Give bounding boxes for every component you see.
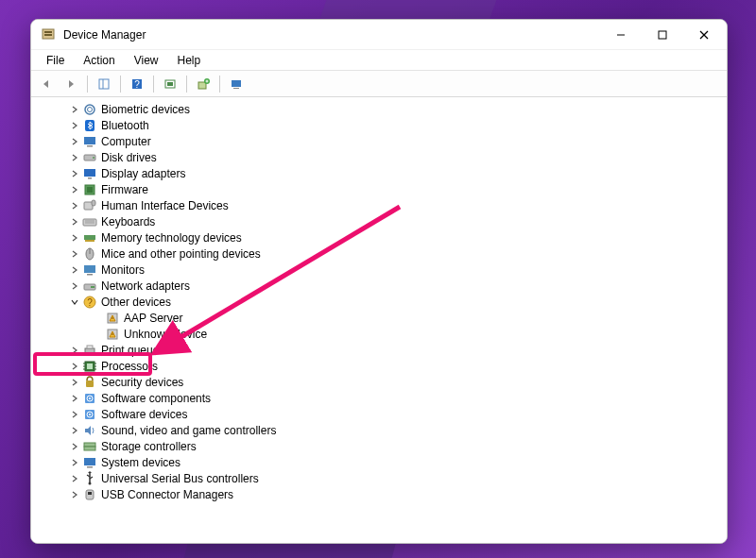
menu-action[interactable]: Action: [74, 52, 124, 69]
svg-point-71: [89, 482, 92, 484]
tree-item-storage-controllers[interactable]: Storage controllers: [41, 438, 727, 454]
tree-child-unknown-device[interactable]: Unknown device: [41, 326, 727, 342]
tree-item-display-adapters[interactable]: Display adapters: [41, 165, 727, 181]
software-icon: [82, 391, 97, 406]
tree-item-usb-connector-managers[interactable]: USB Connector Managers: [41, 486, 727, 502]
tree-item-label: AAP Server: [124, 312, 182, 325]
scan-hardware-button[interactable]: [159, 74, 181, 94]
tree-item-bluetooth[interactable]: Bluetooth: [41, 117, 727, 133]
usbconn-icon: [82, 487, 97, 502]
svg-point-63: [89, 397, 91, 399]
tree-item-label: Firmware: [101, 183, 148, 196]
svg-rect-22: [84, 137, 95, 144]
display-icon: [82, 166, 97, 181]
tree-item-memory-technology-devices[interactable]: Memory technology devices: [41, 229, 727, 245]
tree-item-other-devices[interactable]: ?Other devices: [41, 294, 727, 310]
tree-child-aap-server[interactable]: AAP Server: [41, 310, 727, 326]
devices-icon-button[interactable]: [225, 74, 248, 94]
tree-item-label: System devices: [101, 456, 180, 469]
chevron-right-icon[interactable]: [69, 409, 80, 420]
close-button[interactable]: [683, 21, 725, 49]
help-button[interactable]: ?: [126, 74, 148, 94]
back-button[interactable]: [35, 74, 58, 94]
svg-rect-13: [198, 82, 206, 89]
forward-button[interactable]: [60, 74, 82, 94]
tree-item-keyboards[interactable]: Keyboards: [41, 213, 727, 229]
svg-rect-2: [44, 34, 52, 36]
svg-rect-69: [84, 458, 95, 465]
menu-view[interactable]: View: [125, 52, 168, 69]
chevron-right-icon[interactable]: [69, 168, 80, 179]
minimize-button[interactable]: [600, 21, 642, 49]
maximize-button[interactable]: [642, 21, 683, 49]
svg-rect-23: [87, 145, 93, 147]
tree-item-universal-serial-bus-controllers[interactable]: Universal Serial Bus controllers: [41, 470, 727, 486]
chevron-right-icon[interactable]: [69, 441, 80, 452]
chevron-right-icon[interactable]: [69, 489, 80, 500]
chevron-right-icon[interactable]: [69, 216, 80, 228]
chevron-right-icon[interactable]: [69, 457, 80, 468]
svg-rect-51: [87, 353, 93, 355]
chevron-right-icon[interactable]: [69, 377, 80, 388]
svg-rect-17: [232, 80, 241, 87]
tree-item-computer[interactable]: Computer: [41, 133, 727, 149]
chevron-right-icon[interactable]: [69, 425, 80, 436]
tree-item-software-components[interactable]: Software components: [41, 390, 727, 406]
chevron-right-icon[interactable]: [69, 361, 80, 372]
toolbar-separator: [153, 76, 154, 93]
svg-rect-27: [88, 178, 92, 179]
tree-item-firmware[interactable]: Firmware: [41, 181, 727, 197]
device-manager-window: Device Manager File Action View Help ? B…: [30, 19, 728, 544]
chevron-right-icon[interactable]: [69, 280, 80, 292]
tree-item-monitors[interactable]: Monitors: [41, 262, 727, 278]
chevron-right-icon[interactable]: [69, 248, 80, 260]
tree-item-label: Universal Serial Bus controllers: [101, 472, 259, 485]
hid-icon: [82, 198, 97, 213]
toolbar-separator: [87, 76, 88, 93]
tree-item-system-devices[interactable]: System devices: [41, 454, 727, 470]
tree-item-processors[interactable]: Processors: [41, 358, 727, 374]
chevron-right-icon[interactable]: [69, 345, 80, 356]
svg-rect-31: [92, 200, 95, 206]
computer-icon: [82, 134, 97, 149]
other-icon: ?: [82, 295, 97, 310]
tree-item-label: Security devices: [101, 376, 183, 389]
svg-text:?: ?: [87, 297, 93, 308]
toolbar: ?: [31, 71, 727, 97]
system-icon: [82, 455, 97, 470]
tree-item-print-queues[interactable]: Print queues: [41, 342, 727, 358]
tree-item-label: Other devices: [101, 296, 171, 309]
device-tree-pane[interactable]: Biometric devicesBluetoothComputerDisk d…: [31, 97, 727, 543]
menu-help[interactable]: Help: [168, 52, 211, 69]
tree-item-biometric-devices[interactable]: Biometric devices: [41, 101, 727, 117]
tree-item-mice-and-other-pointing-devices[interactable]: Mice and other pointing devices: [41, 245, 727, 262]
svg-rect-70: [87, 466, 93, 468]
chevron-right-icon[interactable]: [69, 393, 80, 404]
show-hide-console-button[interactable]: [93, 74, 115, 94]
tree-item-label: Unknown device: [124, 328, 207, 341]
add-hardware-button[interactable]: [192, 74, 215, 94]
chevron-right-icon[interactable]: [69, 104, 80, 115]
tree-item-disk-drives[interactable]: Disk drives: [41, 149, 727, 165]
chevron-down-icon[interactable]: [69, 296, 80, 308]
chevron-right-icon[interactable]: [69, 473, 80, 484]
tree-item-software-devices[interactable]: Software devices: [41, 406, 727, 422]
chevron-right-icon[interactable]: [69, 232, 80, 244]
tree-item-human-interface-devices[interactable]: Human Interface Devices: [41, 197, 727, 213]
tree-item-label: Network adapters: [101, 279, 190, 293]
chevron-right-icon[interactable]: [69, 120, 80, 131]
chevron-right-icon[interactable]: [69, 200, 80, 211]
tree-item-sound-video-and-game-controllers[interactable]: Sound, video and game controllers: [41, 422, 727, 438]
tree-item-security-devices[interactable]: Security devices: [41, 374, 727, 390]
svg-rect-60: [86, 380, 94, 387]
chevron-right-icon[interactable]: [69, 264, 80, 276]
chevron-right-icon[interactable]: [69, 152, 80, 163]
network-icon: [82, 279, 97, 294]
menu-file[interactable]: File: [37, 52, 74, 69]
svg-point-66: [89, 414, 91, 415]
chevron-right-icon[interactable]: [69, 184, 80, 195]
tree-item-label: Sound, video and game controllers: [101, 424, 276, 437]
toolbar-separator: [120, 76, 121, 93]
tree-item-network-adapters[interactable]: Network adapters: [41, 278, 727, 294]
chevron-right-icon[interactable]: [69, 136, 80, 147]
